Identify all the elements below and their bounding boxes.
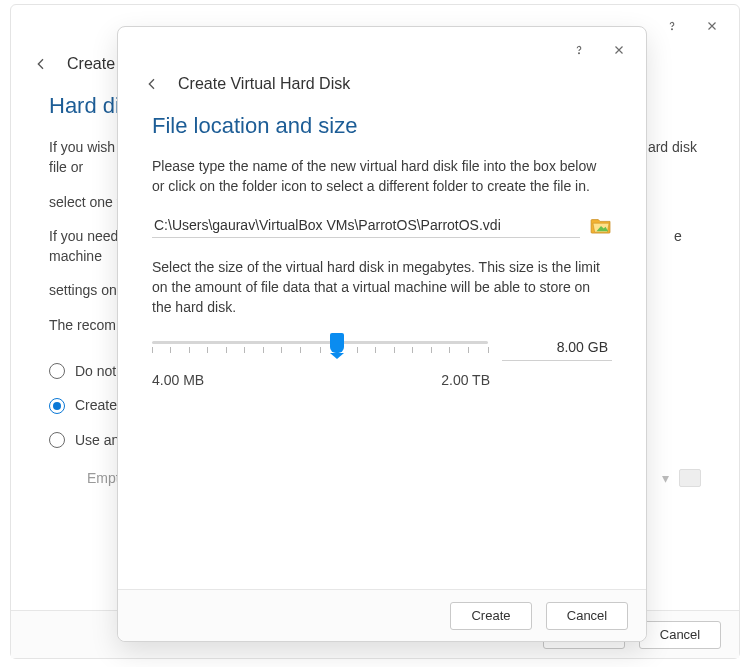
file-path-row	[152, 213, 612, 238]
dialog-header: Create Virtual Hard Disk	[118, 57, 646, 93]
parent-cancel-button[interactable]: Cancel	[639, 621, 721, 649]
radio-icon[interactable]	[49, 398, 65, 414]
parent-text-line: If you need	[49, 228, 118, 244]
size-min-label: 4.00 MB	[152, 371, 204, 391]
back-arrow-icon[interactable]	[144, 76, 160, 92]
slider-handle[interactable]	[330, 333, 344, 353]
svg-point-1	[579, 53, 580, 54]
help-icon[interactable]	[665, 19, 679, 33]
size-slider-area: 8.00 GB 4.00 MB 2.00 TB	[152, 333, 612, 391]
cancel-button[interactable]: Cancel	[546, 602, 628, 630]
dialog-title: Create Virtual Hard Disk	[178, 75, 350, 93]
folder-browse-icon[interactable]	[590, 216, 612, 234]
create-hard-disk-dialog: Create Virtual Hard Disk File location a…	[117, 26, 647, 642]
svg-point-0	[672, 29, 673, 30]
close-icon[interactable]	[705, 19, 719, 33]
dialog-footer: Create Cancel	[118, 589, 646, 641]
size-slider[interactable]	[152, 333, 488, 363]
location-description: Please type the name of the new virtual …	[152, 157, 612, 197]
back-arrow-icon[interactable]	[33, 56, 49, 72]
size-max-label: 2.00 TB	[441, 371, 490, 391]
size-description: Select the size of the virtual hard disk…	[152, 258, 612, 318]
close-icon[interactable]	[612, 43, 626, 57]
size-value-field[interactable]: 8.00 GB	[502, 336, 612, 361]
section-title: File location and size	[152, 113, 646, 139]
parent-text-line: If you wish	[49, 139, 115, 155]
dialog-body: Please type the name of the new virtual …	[118, 157, 646, 589]
dialog-titlebar	[118, 27, 646, 57]
file-path-input[interactable]	[152, 213, 580, 238]
help-icon[interactable]	[572, 43, 586, 57]
radio-icon[interactable]	[49, 432, 65, 448]
radio-icon[interactable]	[49, 363, 65, 379]
browse-folder-icon[interactable]	[679, 469, 701, 487]
create-button[interactable]: Create	[450, 602, 532, 630]
